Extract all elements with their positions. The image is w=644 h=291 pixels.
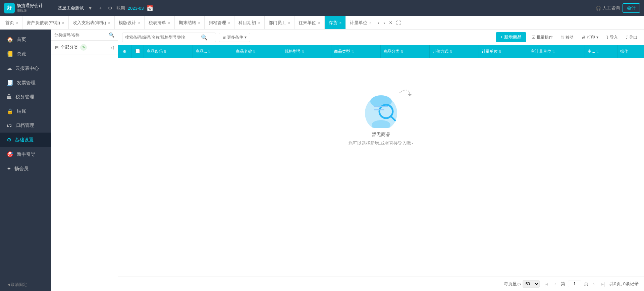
print-icon: 🖨 [582,35,586,40]
th-code[interactable]: 商品... ⇅ [193,45,233,58]
sidebar-item-report[interactable]: ☁ 云报表中心 [0,61,51,76]
th-main-unit[interactable]: 主计量单位 ⇅ [528,45,585,58]
tab-template[interactable]: 模版设计 × [115,16,145,30]
tab-label: 科目期初 [238,20,256,26]
sidebar-label-invoice: 发票管理 [17,80,36,86]
headset-icon: 🎧 [596,6,601,11]
sidebar-item-tax[interactable]: 🏛 税务管理 [0,90,51,104]
tab-close-contacts[interactable]: × [318,21,320,25]
sidebar-label-report: 云报表中心 [15,65,39,71]
sidebar-item-archive[interactable]: 🗂 归档管理 [0,118,51,133]
tab-close-subject[interactable]: × [258,21,260,25]
tab-home[interactable]: 首页 × [1,16,22,30]
import-btn[interactable]: ⤵ 导入 [604,33,621,42]
table-container[interactable]: ⚙ 商品条码 ⇅ [118,45,644,277]
import-label: 导入 [610,35,618,40]
tab-close-all-btn[interactable]: × [387,18,394,27]
tab-close-archive[interactable]: × [228,21,230,25]
product-search-input[interactable] [125,35,199,40]
spec-col-label: 规格型号 [285,49,301,54]
add-company-btn[interactable]: ＋ [97,4,104,12]
sidebar-label-ledger: 总账 [17,51,26,57]
tab-close-unit[interactable]: × [369,21,371,25]
company-dropdown-btn[interactable]: ▼ [87,4,94,12]
print-btn[interactable]: 🖨 打印 ▾ [579,33,601,42]
type-col-label: 商品类型 [334,49,350,54]
sidebar-item-member[interactable]: ✦ 畅会员 [0,161,51,176]
tab-close-template[interactable]: × [138,21,140,25]
empty-doodle-svg [344,85,418,128]
sidebar-item-settings[interactable]: ⚙ 基础设置 [0,133,51,147]
calendar-icon[interactable]: 📅 [147,5,153,11]
sidebar-item-home[interactable]: 🏠 首页 [0,32,51,47]
th-settings[interactable]: ⚙ [118,45,131,58]
tab-inventory[interactable]: 存货 × [325,16,346,30]
more-filter-btn[interactable]: ⊞ 更多条件 ▾ [219,33,250,42]
tab-close-dept[interactable]: × [288,21,290,25]
page-next-btn[interactable]: › [591,281,597,287]
sidebar-item-ledger[interactable]: 📒 总账 [0,47,51,61]
category-search-icon[interactable]: 🔍 [109,32,114,38]
tab-unit[interactable]: 计量单位 × [346,16,376,30]
category-search-input[interactable] [54,33,107,37]
tab-next-btn[interactable]: › [381,19,387,27]
th-unit[interactable]: 计量单位 ⇅ [479,45,528,58]
tab-period[interactable]: 期末结转 × [175,16,205,30]
add-product-btn[interactable]: + 新增商品 [496,32,526,42]
th-barcode[interactable]: 商品条码 ⇅ [144,45,193,58]
batch-icon: ☑ [532,35,535,40]
tab-prev-btn[interactable]: ‹ [376,19,382,27]
header-center: 基层工会测试 ▼ ＋ ⚙ 账期 2023-03 📅 [58,4,592,12]
tab-close-tax[interactable]: × [168,21,170,25]
page-last-btn[interactable]: ▸| [599,281,607,287]
sidebar-label-member: 畅会员 [14,166,29,172]
page-size-dropdown[interactable]: 10 20 50 100 [523,280,540,288]
settings-icon: ⚙ [7,137,11,143]
tab-close-income[interactable]: × [108,21,110,25]
tab-income[interactable]: 收入支出表(年报) × [69,16,115,30]
company-name[interactable]: 基层工会测试 [58,5,84,11]
product-search-icon[interactable]: 🔍 [201,34,208,41]
kuaiji-btn[interactable]: 会计 [623,3,640,13]
tab-bar: 首页 × 资产负债表(中期) × 收入支出表(年报) × 模版设计 × 税表清单… [0,16,644,30]
export-btn[interactable]: ⤴ 导出 [623,33,640,42]
category-collapse-btn[interactable]: ◁ [110,45,114,50]
more-filter-label: 更多条件 [227,35,243,40]
th-name[interactable]: 商品名称 ⇅ [233,45,282,58]
tab-close-home[interactable]: × [16,21,18,25]
sidebar-item-close[interactable]: 🔒 结账 [0,104,51,118]
settings-btn[interactable]: ⚙ [107,4,114,12]
category-edit-btn[interactable]: ✎ [80,44,87,51]
tab-close-inventory[interactable]: × [339,21,341,25]
tab-close-balance[interactable]: × [62,21,64,25]
th-category[interactable]: 商品分类 ⇅ [380,45,430,58]
category-sort-icon: ⇅ [400,50,403,53]
th-price-mode[interactable]: 计价方式 ⇅ [430,45,479,58]
sidebar-cancel-pin[interactable]: ◄取消固定 [0,279,51,291]
code-sort-icon: ⇅ [208,50,211,53]
select-all-checkbox[interactable] [136,49,140,53]
page-prev-btn[interactable]: ‹ [552,281,558,287]
th-type[interactable]: 商品类型 ⇅ [331,45,381,58]
th-spec[interactable]: 规格型号 ⇅ [282,45,331,58]
tab-label: 存货 [329,20,337,26]
tab-dept[interactable]: 部门员工 × [265,16,294,30]
move-btn[interactable]: ⇅ 移动 [558,33,576,42]
tab-close-period[interactable]: × [198,21,200,25]
tab-subject[interactable]: 科目期初 × [234,16,264,30]
tab-contacts[interactable]: 往来单位 × [294,16,324,30]
batch-btn[interactable]: ☑ 批量操作 [529,33,555,42]
tab-balance[interactable]: 资产负债表(中期) × [22,16,68,30]
tab-tax[interactable]: 税表清单 × [145,16,174,30]
service-btn[interactable]: 🎧 人工咨询 [596,5,620,11]
tab-archive[interactable]: 归档管理 × [205,16,234,30]
page-first-btn[interactable]: |◂ [542,281,550,287]
page-input[interactable] [568,281,581,287]
sidebar-item-invoice[interactable]: 🧾 发票管理 [0,76,51,90]
content-area: 🔍 ⊞ 全部分类 ✎ ◁ 🔍 ⊞ [51,30,644,291]
th-checkbox[interactable] [131,45,144,58]
total-label: 共0页, 0条记录 [609,281,639,287]
tab-expand-btn[interactable]: ⛶ [394,19,403,27]
sidebar-item-guide[interactable]: 🎯 新手引导 [0,147,51,161]
th-more[interactable]: 主... ⇅ [585,45,618,58]
